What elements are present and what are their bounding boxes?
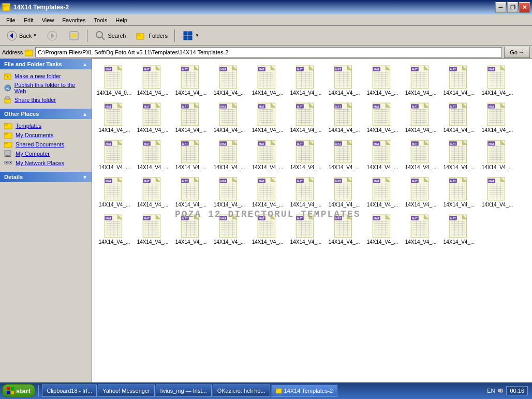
list-item[interactable]: MAT 14X14_V4_... [211,138,247,173]
taskbar-item-clipboard[interactable]: Clipboard18 - Irf... [42,385,97,397]
mat-file-icon: MAT [142,177,163,202]
svg-text:MAT: MAT [106,68,112,71]
list-item[interactable]: MAT 14X14_V4_... [173,175,209,210]
list-item[interactable]: MAT 14X14_V4_... [173,212,209,247]
list-item[interactable]: MAT 14X14_V4_... [403,100,439,136]
list-item[interactable]: MAT 14X14_V4_... [441,100,477,136]
list-item[interactable]: MAT 14X14_V4_... [288,138,324,173]
list-item[interactable]: MAT 14X14_V4_... [364,212,401,247]
folders-button[interactable]: Folders [131,28,171,43]
list-item[interactable]: MAT 14X14_V4_... [211,212,247,247]
menu-file[interactable]: File [2,16,20,24]
sidebar-item-templates[interactable]: Templates [4,121,87,130]
up-button[interactable] [64,28,84,43]
taskbar-item-livius-label: livius_mg — Inst... [160,388,207,394]
list-item[interactable]: MAT 14X14_V4_... [326,63,362,98]
list-item[interactable]: MAT 14X14_V4_... [479,138,515,173]
list-item[interactable]: MAT 14X14_V4_... [441,63,477,98]
file-name-label: 14X14_V4_... [444,165,475,171]
list-item[interactable]: MAT 14X14_V4_... [135,100,171,136]
taskbar-item-livius[interactable]: livius_mg — Inst... [156,385,212,397]
list-item[interactable]: MAT 14X14_V4_... [249,212,286,247]
sidebar-item-my-computer[interactable]: My Computer [4,149,87,158]
menu-help[interactable]: Help [111,16,131,24]
list-item[interactable]: MAT 14X14_V4_... [326,138,362,173]
list-item[interactable]: MAT 14X14_V4_... [364,175,401,210]
list-item[interactable]: MAT 14X14_V4_... [326,212,362,247]
list-item[interactable]: MAT 14X14_V4_... [403,63,439,98]
list-item[interactable]: MAT 14X14_V4_... [173,63,209,98]
list-item[interactable]: MAT 14X14_V4_... [249,175,286,210]
taskbar-items: Clipboard18 - Irf... Yahoo! Messenger li… [42,385,485,397]
list-item[interactable]: MAT 14X14_V4_... [403,175,439,210]
make-folder-link[interactable]: + Make a new folder [4,71,87,81]
taskbar-item-templates[interactable]: 14X14 Templates-2 [271,385,338,397]
list-item[interactable]: MAT 14X14_V4_... [135,138,171,173]
publish-link[interactable]: w Publish this folder to the Web [4,81,87,95]
list-item[interactable]: MAT 14X14_V4_... [96,138,132,173]
list-item[interactable]: MAT 14X14_V4_... [249,138,286,173]
list-item[interactable]: MAT 14X14_V4_... [288,63,324,98]
list-item[interactable]: MAT 14X14_V4_... [211,63,247,98]
list-item[interactable]: MAT 14X14_V4_... [364,100,401,136]
list-item[interactable]: MAT 14X14_V4_... [479,175,515,210]
restore-button[interactable]: ❐ [507,2,518,13]
list-item[interactable]: MAT 14X14_V4_... [135,175,171,210]
address-input[interactable] [35,47,502,57]
list-item[interactable]: MAT 14X14_V4_... [211,175,247,210]
forward-button[interactable] [42,28,62,43]
list-item[interactable]: MAT 14X14_V4_... [288,175,324,210]
list-item[interactable]: MAT 14X14_V4_... [441,212,477,247]
details-header[interactable]: Details ▼ [0,172,92,182]
list-item[interactable]: MAT 14X14_V4_... [479,100,515,136]
taskbar-item-okazii[interactable]: OKazii.ro: heli ho... [213,385,270,397]
svg-rect-849 [7,387,10,390]
menu-favorites[interactable]: Favorites [58,16,90,24]
menu-tools[interactable]: Tools [90,16,112,24]
list-item[interactable]: MAT 14X14_V4_... [135,63,171,98]
taskbar-item-yahoo[interactable]: Yahoo! Messenger [98,385,155,397]
file-tasks-header[interactable]: File and Folder Tasks ▲ [0,59,92,69]
menu-edit[interactable]: Edit [20,16,38,24]
list-item[interactable]: MAT 14X14_V4_... [326,175,362,210]
back-button[interactable]: Back ▼ [2,28,40,43]
start-button[interactable]: start [2,384,35,397]
list-item[interactable]: MAT 14X14_V4_... [403,212,439,247]
mat-file-icon: MAT [142,102,163,127]
list-item[interactable]: MAT 14X14_V4_... [441,138,477,173]
list-item[interactable]: MAT 14X14_V4_... [288,100,324,136]
mat-file-icon: MAT [334,177,354,202]
sidebar-item-my-documents[interactable]: My Documents [4,130,87,140]
list-item[interactable]: MAT 14X14_V4_... [326,100,362,136]
other-places-header[interactable]: Other Places ▲ [0,109,92,119]
list-item[interactable]: MAT 14X14_V4_... [364,138,401,173]
list-item[interactable]: MAT 14X14_V4_... [211,100,247,136]
back-label: Back [19,33,32,39]
views-button[interactable]: ▼ [178,28,203,43]
list-item[interactable]: MAT 14X14_V4_... [96,212,132,247]
list-item[interactable]: MAT 14X14_V4_... [135,212,171,247]
list-item[interactable]: MAT 14X14_V4_... [173,138,209,173]
list-item[interactable]: MAT 14X14_V4_... [288,212,324,247]
share-link[interactable]: Share this folder [4,95,87,105]
list-item[interactable]: MAT 14X14_V4_... [479,63,515,98]
go-button[interactable]: Go → [504,47,530,58]
list-item[interactable]: MAT 14X14_V4_... [173,100,209,136]
list-item[interactable]: MAT 14X14_V4_... [403,138,439,173]
list-item[interactable]: MAT 14X14_V4_... [249,100,286,136]
mat-file-icon: MAT [487,65,508,90]
list-item[interactable]: MAT 14X14_V4_... [364,63,401,98]
list-item[interactable]: MAT 14X14_V4_... [249,63,286,98]
list-item[interactable]: MAT 14X14_V4_... [96,100,132,136]
close-button[interactable]: ✕ [519,2,530,13]
search-button[interactable]: Search [91,28,129,43]
list-item[interactable]: MAT 14X14_V4_... [96,175,132,210]
menu-view[interactable]: View [38,16,58,24]
sidebar-item-my-network[interactable]: My Network Places [4,158,87,168]
sidebar-item-shared-documents[interactable]: Shared Documents [4,140,87,149]
list-item[interactable]: MAT 14X14_V4_01.mat [96,63,132,98]
file-tasks-content: + Make a new folder w Publish this folde… [0,69,92,107]
minimize-button[interactable]: ─ [495,2,506,13]
mat-file-icon: MAT [104,102,125,127]
list-item[interactable]: MAT 14X14_V4_... [441,175,477,210]
